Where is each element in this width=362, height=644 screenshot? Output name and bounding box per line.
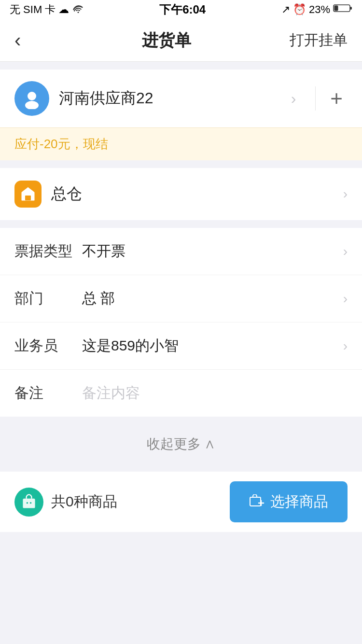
select-goods-label: 选择商品 <box>270 492 328 512</box>
remark-row[interactable]: 备注 备注内容 <box>0 370 362 417</box>
page-background <box>0 532 362 644</box>
add-button[interactable]: + <box>325 86 348 111</box>
select-goods-icon <box>249 494 265 510</box>
warehouse-icon <box>14 181 42 208</box>
salesperson-value: 这是859的小智 <box>82 336 343 356</box>
svg-rect-9 <box>250 497 261 506</box>
product-count-text: 共0种商品 <box>51 492 117 512</box>
collapse-bar[interactable]: 收起更多 ∧ <box>0 424 362 464</box>
salesperson-row[interactable]: 业务员 这是859的小智 › <box>0 322 362 370</box>
salesperson-chevron-icon: › <box>343 338 348 354</box>
supplier-name: 河南供应商22 <box>59 88 291 109</box>
svg-point-3 <box>28 92 36 100</box>
select-goods-button[interactable]: 选择商品 <box>230 481 348 522</box>
svg-rect-2 <box>334 6 338 11</box>
status-time: 下午6:04 <box>159 2 206 17</box>
svg-point-7 <box>27 502 28 504</box>
invoice-type-label: 票据类型 <box>14 241 82 261</box>
svg-rect-1 <box>350 7 352 10</box>
remark-label: 备注 <box>14 383 82 403</box>
svg-rect-6 <box>23 498 35 508</box>
sim-text: 无 SIM 卡 ☁ <box>10 2 69 17</box>
warehouse-chevron-icon: › <box>343 186 348 202</box>
nav-bar: ‹ 进货单 打开挂单 <box>0 19 362 62</box>
divider <box>315 86 316 111</box>
back-button[interactable]: ‹ <box>14 29 43 51</box>
supplier-chevron-icon: › <box>291 90 296 108</box>
status-bar: 无 SIM 卡 ☁ 下午6:04 ↗ ⏰ 23% <box>0 0 362 19</box>
status-right: ↗ ⏰ 23% <box>281 3 352 16</box>
warehouse-label: 总仓 <box>51 183 343 205</box>
content-area: 河南供应商22 › + 应付-20元，现结 总仓 › 票据类型 不开票 <box>0 70 362 644</box>
battery-text: 23% <box>309 3 330 16</box>
invoice-type-value: 不开票 <box>82 241 343 261</box>
department-label: 部门 <box>14 289 82 308</box>
wifi-icon <box>73 3 84 16</box>
product-count-area: 共0种商品 <box>14 488 117 517</box>
department-value: 总 部 <box>82 289 343 308</box>
alarm-icon: ⏰ <box>293 3 306 16</box>
supplier-row[interactable]: 河南供应商22 › + <box>0 70 362 127</box>
supplier-avatar <box>14 81 49 116</box>
svg-point-8 <box>30 502 32 504</box>
form-card: 票据类型 不开票 › 部门 总 部 › 业务员 这是859的小智 › 备注 备注… <box>0 228 362 417</box>
department-row[interactable]: 部门 总 部 › <box>0 275 362 322</box>
remark-placeholder[interactable]: 备注内容 <box>82 383 348 403</box>
product-icon <box>14 488 43 517</box>
status-left: 无 SIM 卡 ☁ <box>10 2 84 17</box>
warehouse-card: 总仓 › <box>0 168 362 220</box>
location-icon: ↗ <box>281 3 290 16</box>
svg-point-4 <box>25 101 39 109</box>
notice-bar: 应付-20元，现结 <box>0 127 362 160</box>
salesperson-label: 业务员 <box>14 336 82 356</box>
svg-rect-5 <box>25 196 31 200</box>
bottom-bar: 共0种商品 选择商品 <box>0 472 362 532</box>
invoice-type-row[interactable]: 票据类型 不开票 › <box>0 228 362 275</box>
department-chevron-icon: › <box>343 291 348 307</box>
page-title: 进货单 <box>142 29 191 52</box>
open-pending-button[interactable]: 打开挂单 <box>290 30 348 50</box>
supplier-card: 河南供应商22 › + 应付-20元，现结 <box>0 70 362 160</box>
battery-icon <box>333 3 352 16</box>
warehouse-row[interactable]: 总仓 › <box>0 168 362 220</box>
invoice-chevron-icon: › <box>343 244 348 259</box>
